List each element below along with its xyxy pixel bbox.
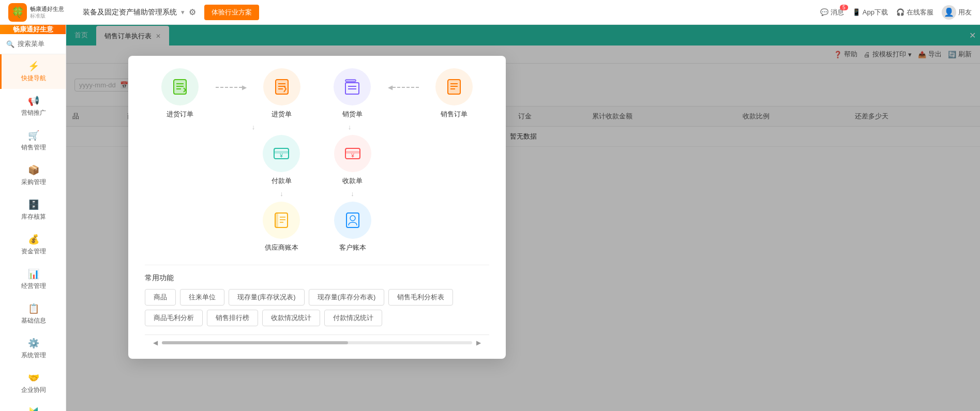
marketing-icon: 📢: [28, 95, 39, 106]
scroll-right-icon[interactable]: ▶: [476, 339, 481, 346]
flow-arrows-row: ↓ ↓: [145, 123, 489, 131]
flow-node-payment[interactable]: ¥ 付款单: [246, 135, 317, 186]
message-icon: 💬: [820, 8, 828, 16]
app-download-button[interactable]: 📱 App下载: [852, 8, 888, 17]
basic-info-icon: 📋: [28, 303, 39, 314]
svg-text:¥: ¥: [351, 153, 354, 159]
receipt-circle: ¥: [334, 135, 371, 172]
sidebar-search[interactable]: 🔍 搜索菜单: [0, 34, 66, 54]
flow-node-sales-bill[interactable]: 销货单: [317, 68, 388, 119]
func-btn-receipt-stat[interactable]: 收款情况统计: [262, 310, 320, 326]
flow-node-supplier-ledger[interactable]: 供应商账本: [246, 202, 317, 252]
flow-row-1: 进货订单 ▶: [145, 68, 489, 119]
operations-icon: 📊: [28, 268, 39, 280]
sales-icon: 🛒: [28, 130, 39, 141]
func-btn-stock-dist[interactable]: 现存量(库存分布表): [309, 289, 385, 306]
svg-point-32: [350, 216, 355, 221]
purchase-icon: 📦: [28, 164, 39, 176]
svg-text:¥: ¥: [280, 153, 283, 159]
purchase-bill-circle: [263, 68, 300, 105]
sidebar-item-system[interactable]: ⚙️ 系统管理: [0, 331, 66, 366]
flow-node-sales-order[interactable]: 销售订单: [419, 68, 490, 119]
main-area: 首页 销售订单执行表 ✕ ✕ ❓ 帮助 🖨 按模板打印: [66, 25, 980, 411]
sidebar: 畅康通好生意 🔍 搜索菜单 ⚡ 快捷导航 📢 营销推广 🛒 销售管理 📦 采购管…: [0, 25, 66, 411]
scroll-left-icon[interactable]: ◀: [153, 339, 158, 346]
finance-icon: 💰: [28, 234, 39, 245]
avatar: 👤: [942, 5, 956, 20]
top-right-area: 💬 消息 5 📱 App下载 🎧 在线客服 👤 用友: [820, 5, 972, 20]
logo-icon: 🍀: [8, 3, 27, 22]
purchase-order-circle: [161, 68, 199, 105]
supplier-ledger-circle: [263, 202, 300, 239]
func-btn-stock-status[interactable]: 现存量(库存状况表): [229, 289, 305, 306]
func-buttons-grid: 商品 往来单位 现存量(库存状况表) 现存量(库存分布表) 销售毛利分析表 商品…: [145, 289, 489, 326]
logo-area: 🍀 畅康通好生意 标准版: [8, 3, 74, 22]
online-service-button[interactable]: 🎧 在线客服: [896, 8, 933, 17]
func-btn-product[interactable]: 商品: [145, 289, 176, 306]
logo-text: 畅康通好生意 标准版: [30, 5, 64, 19]
flow-row-3: 供应商账本: [145, 202, 489, 252]
sidebar-item-quick-nav[interactable]: ⚡ 快捷导航: [0, 54, 66, 89]
user-area[interactable]: 👤 用友: [942, 5, 972, 20]
system-name: 装备及固定资产辅助管理系统: [83, 8, 177, 17]
system-title: 装备及固定资产辅助管理系统 ▾ ⚙ 体验行业方案: [74, 5, 820, 20]
svg-rect-27: [275, 213, 278, 227]
func-btn-payment-stat[interactable]: 付款情况统计: [324, 310, 382, 326]
sidebar-item-enterprise[interactable]: 🤝 企业协同: [0, 366, 66, 401]
system-icon: ⚙️: [28, 338, 39, 349]
sidebar-item-inventory[interactable]: 🗄️ 库存核算: [0, 193, 66, 227]
flow-row-2: ¥ 付款单: [145, 135, 489, 186]
flow-diagram: 进货订单 ▶: [145, 68, 489, 252]
scroll-bar-area: ◀ ▶: [145, 334, 489, 351]
quick-nav-icon: ⚡: [28, 60, 39, 72]
modal-overlay: 进货订单 ▶: [66, 25, 980, 411]
scroll-track: [162, 341, 472, 344]
sidebar-item-newbie[interactable]: 🔰 新手引导: [0, 401, 66, 411]
headset-icon: 🎧: [896, 8, 904, 16]
flow-node-purchase-order[interactable]: 进货订单: [145, 68, 216, 119]
func-btn-product-margin[interactable]: 商品毛利分析: [145, 310, 203, 326]
trial-button[interactable]: 体验行业方案: [204, 5, 259, 20]
top-bar: 🍀 畅康通好生意 标准版 装备及固定资产辅助管理系统 ▾ ⚙ 体验行业方案 💬 …: [0, 0, 980, 25]
inventory-icon: 🗄️: [28, 199, 39, 210]
flow-modal: 进货订单 ▶: [128, 56, 506, 359]
customer-ledger-circle: [334, 202, 371, 239]
sales-bill-circle: [334, 68, 371, 105]
sales-order-circle: [435, 68, 473, 105]
common-functions: 常用功能 商品 往来单位 现存量(库存状况表) 现存量(库存分布表) 销售毛利分…: [145, 265, 489, 326]
dropdown-arrow-icon[interactable]: ▾: [181, 8, 185, 16]
sidebar-item-basic-info[interactable]: 📋 基础信息: [0, 297, 66, 331]
payment-circle: ¥: [263, 135, 300, 172]
gear-icon[interactable]: ⚙: [189, 7, 196, 17]
sidebar-item-sales[interactable]: 🛒 销售管理: [0, 124, 66, 158]
func-btn-contacts[interactable]: 往来单位: [180, 289, 224, 306]
sidebar-item-finance[interactable]: 💰 资金管理: [0, 227, 66, 262]
sidebar-brand: 畅康通好生意: [0, 25, 66, 34]
flow-node-receipt[interactable]: ¥ 收款单: [317, 135, 388, 186]
func-btn-sales-margin[interactable]: 销售毛利分析表: [388, 289, 453, 306]
phone-icon: 📱: [852, 8, 861, 16]
content-wrapper: 畅康通好生意 🔍 搜索菜单 ⚡ 快捷导航 📢 营销推广 🛒 销售管理 📦 采购管…: [0, 25, 980, 411]
search-icon: 🔍: [6, 40, 14, 48]
flow-node-purchase-bill[interactable]: 进货单: [247, 68, 318, 119]
func-btn-sales-rank[interactable]: 销售排行榜: [207, 310, 258, 326]
flow-arrows-row-2: ↓ ↓: [145, 190, 489, 197]
sidebar-item-operations[interactable]: 📊 经营管理: [0, 262, 66, 297]
sidebar-item-purchase[interactable]: 📦 采购管理: [0, 158, 66, 193]
flow-node-customer-ledger[interactable]: 客户账本: [317, 202, 388, 252]
message-button[interactable]: 💬 消息 5: [820, 8, 844, 17]
scroll-thumb[interactable]: [162, 341, 348, 344]
app-container: 🍀 畅康通好生意 标准版 装备及固定资产辅助管理系统 ▾ ⚙ 体验行业方案 💬 …: [0, 0, 980, 411]
sidebar-item-marketing[interactable]: 📢 营销推广: [0, 89, 66, 124]
newbie-icon: 🔰: [28, 407, 39, 411]
enterprise-icon: 🤝: [28, 372, 39, 384]
